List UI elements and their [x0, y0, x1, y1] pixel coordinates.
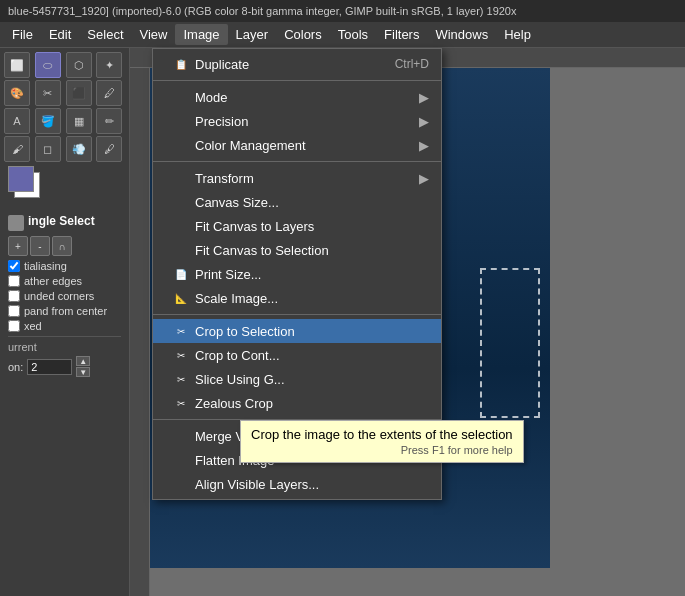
menu-tools[interactable]: Tools: [330, 24, 376, 45]
option-antialiasing: tialiasing: [8, 260, 121, 272]
color-mgmt-label: Color Management: [195, 138, 306, 153]
menu-colors[interactable]: Colors: [276, 24, 330, 45]
menu-item-scale-image[interactable]: 📐 Scale Image...: [153, 286, 441, 310]
tool-eraser[interactable]: ◻: [35, 136, 61, 162]
tool-rect-select[interactable]: ⬜: [4, 52, 30, 78]
menu-item-slice-using-g[interactable]: ✂ Slice Using G...: [153, 367, 441, 391]
fit-layers-icon: [173, 218, 189, 234]
menu-layer[interactable]: Layer: [228, 24, 277, 45]
menu-windows[interactable]: Windows: [427, 24, 496, 45]
tooltip-line2: Press F1 for more help: [251, 444, 513, 456]
mode-btn-2[interactable]: -: [30, 236, 50, 256]
canvas-size-label: Canvas Size...: [195, 195, 279, 210]
feather-edges-checkbox[interactable]: [8, 275, 20, 287]
tool-scissors[interactable]: ✂: [35, 80, 61, 106]
menu-file[interactable]: File: [4, 24, 41, 45]
tool-free-select[interactable]: ⬡: [66, 52, 92, 78]
value-input[interactable]: [27, 359, 72, 375]
color-mgmt-icon: [173, 137, 189, 153]
tool-mode-buttons: + - ∩: [8, 236, 121, 256]
menu-item-align-visible[interactable]: Align Visible Layers...: [153, 472, 441, 496]
fit-selection-label: Fit Canvas to Selection: [195, 243, 329, 258]
print-icon: 📄: [173, 266, 189, 282]
slice-using-g-label: Slice Using G...: [195, 372, 285, 387]
crop-selection-label: Crop to Selection: [195, 324, 295, 339]
expand-checkbox[interactable]: [8, 305, 20, 317]
tool-fuzzy-select[interactable]: ✦: [96, 52, 122, 78]
separator-3: [153, 314, 441, 315]
menu-item-mode[interactable]: Mode ▶: [153, 85, 441, 109]
mode-btn-1[interactable]: +: [8, 236, 28, 256]
menu-item-print-size[interactable]: 📄 Print Size...: [153, 262, 441, 286]
menu-item-fit-canvas-layers[interactable]: Fit Canvas to Layers: [153, 214, 441, 238]
crop-selection-icon: ✂: [173, 323, 189, 339]
option-fixed: xed: [8, 320, 121, 332]
tool-grid: ⬜ ⬭ ⬡ ✦ 🎨 ✂ ⬛ 🖊 A 🪣 ▦ ✏ 🖌 ◻ 💨 🖋: [4, 52, 125, 162]
mode-icon: [173, 89, 189, 105]
tool-color-select[interactable]: 🎨: [4, 80, 30, 106]
merge-icon: [173, 428, 189, 444]
selection-box: [480, 268, 540, 418]
tool-text[interactable]: A: [4, 108, 30, 134]
tool-gradient[interactable]: ▦: [66, 108, 92, 134]
spinner-up[interactable]: ▲: [76, 356, 90, 366]
tool-pencil[interactable]: ✏: [96, 108, 122, 134]
precision-arrow: ▶: [419, 114, 429, 129]
toolbox: ⬜ ⬭ ⬡ ✦ 🎨 ✂ ⬛ 🖊 A 🪣 ▦ ✏ 🖌 ◻ 💨 🖋 in: [0, 48, 130, 596]
fixed-label: xed: [24, 320, 42, 332]
duplicate-icon: 📋: [173, 56, 189, 72]
duplicate-label: Duplicate: [195, 57, 249, 72]
tool-options-icon: [8, 215, 24, 231]
tool-paintbrush[interactable]: 🖌: [4, 136, 30, 162]
precision-label: Precision: [195, 114, 248, 129]
tool-foreground[interactable]: ⬛: [66, 80, 92, 106]
flatten-icon: [173, 452, 189, 468]
color-mgmt-arrow: ▶: [419, 138, 429, 153]
foreground-color-box[interactable]: [8, 166, 34, 192]
crop-content-icon: ✂: [173, 347, 189, 363]
title-text: blue-5457731_1920] (imported)-6.0 (RGB c…: [8, 5, 517, 17]
menu-view[interactable]: View: [132, 24, 176, 45]
tool-ink[interactable]: 🖋: [96, 136, 122, 162]
current-label: urrent: [8, 341, 121, 353]
spinner-buttons: ▲ ▼: [76, 356, 90, 377]
menu-item-zealous-crop[interactable]: ✂ Zealous Crop: [153, 391, 441, 415]
tool-paths[interactable]: 🖊: [96, 80, 122, 106]
antialiasing-checkbox[interactable]: [8, 260, 20, 272]
crop-content-label: Crop to Cont...: [195, 348, 280, 363]
menu-item-transform[interactable]: Transform ▶: [153, 166, 441, 190]
menu-edit[interactable]: Edit: [41, 24, 79, 45]
menu-item-crop-to-content[interactable]: ✂ Crop to Cont...: [153, 343, 441, 367]
align-visible-label: Align Visible Layers...: [195, 477, 319, 492]
menu-item-duplicate[interactable]: 📋 Duplicate Ctrl+D: [153, 52, 441, 76]
rounded-corners-checkbox[interactable]: [8, 290, 20, 302]
separator-line: [8, 336, 121, 337]
option-rounded-corners: unded corners: [8, 290, 121, 302]
fixed-checkbox[interactable]: [8, 320, 20, 332]
spinner-down[interactable]: ▼: [76, 367, 90, 377]
menu-item-precision[interactable]: Precision ▶: [153, 109, 441, 133]
menu-item-canvas-size[interactable]: Canvas Size...: [153, 190, 441, 214]
separator-1: [153, 80, 441, 81]
menu-item-color-management[interactable]: Color Management ▶: [153, 133, 441, 157]
menu-item-crop-to-selection[interactable]: ✂ Crop to Selection: [153, 319, 441, 343]
title-bar: blue-5457731_1920] (imported)-6.0 (RGB c…: [0, 0, 685, 22]
antialiasing-label: tialiasing: [24, 260, 67, 272]
tool-bucket[interactable]: 🪣: [35, 108, 61, 134]
precision-icon: [173, 113, 189, 129]
transform-arrow: ▶: [419, 171, 429, 186]
transform-label: Transform: [195, 171, 254, 186]
align-icon: [173, 476, 189, 492]
feather-edges-label: ather edges: [24, 275, 82, 287]
tool-airbrush[interactable]: 💨: [66, 136, 92, 162]
tool-options-title: ingle Select: [28, 214, 95, 228]
menu-select[interactable]: Select: [79, 24, 131, 45]
mode-btn-3[interactable]: ∩: [52, 236, 72, 256]
menu-filters[interactable]: Filters: [376, 24, 427, 45]
tool-ellipse-select[interactable]: ⬭: [35, 52, 61, 78]
menu-item-fit-canvas-selection[interactable]: Fit Canvas to Selection: [153, 238, 441, 262]
canvas-size-icon: [173, 194, 189, 210]
menu-help[interactable]: Help: [496, 24, 539, 45]
menu-image[interactable]: Image: [175, 24, 227, 45]
zealous-crop-label: Zealous Crop: [195, 396, 273, 411]
